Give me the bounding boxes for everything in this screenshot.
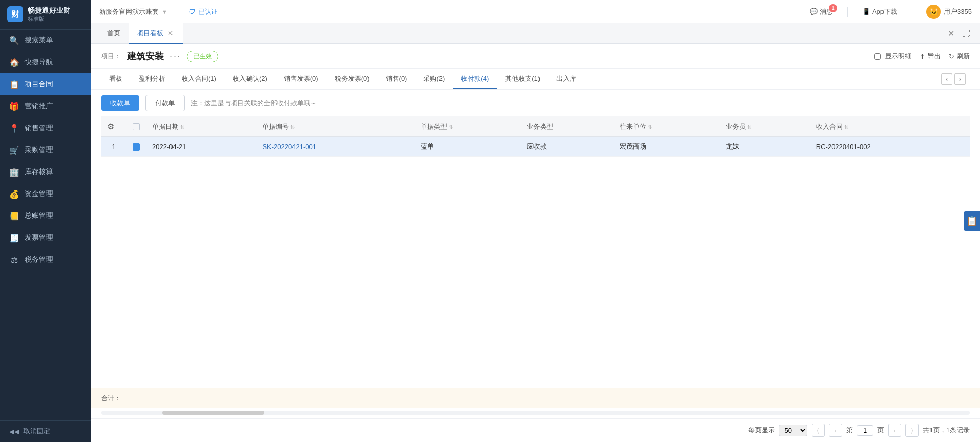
export-icon: ⬆ (920, 53, 925, 60)
sidebar-item-ledger[interactable]: 📒总账管理 (0, 205, 91, 227)
app-edition: 标准版 (28, 15, 70, 23)
main-area: 新服务官网演示账套 ▼ 🛡 已认证 💬 消息 1 📱 App下载 🐱 用户335… (91, 0, 980, 442)
horizontal-scrollbar[interactable] (101, 411, 970, 415)
sub-tab-0[interactable]: 看板 (101, 69, 131, 89)
row-salesman-0: 龙妹 (720, 137, 810, 157)
sub-tabs-prev-button[interactable]: ‹ (941, 73, 952, 85)
scrollbar-area (91, 408, 980, 418)
inventory-icon: 🏢 (9, 167, 19, 177)
first-page-button[interactable]: ⟨ (812, 424, 825, 437)
refresh-button[interactable]: ↻ 刷新 (949, 52, 970, 61)
table-col-settings[interactable]: ⚙ (101, 116, 127, 137)
row-checkbox-0[interactable] (127, 137, 146, 157)
page-number-input[interactable] (857, 425, 873, 436)
col-header-salesman[interactable]: 业务员⇅ (720, 116, 810, 137)
sort-type-icon: ⇅ (449, 124, 453, 130)
page-size-select[interactable]: 50 100 200 (779, 425, 807, 436)
tab-project-kanban[interactable]: 项目看板 ✕ (129, 23, 183, 44)
quick-nav-icon: 🏠 (9, 58, 19, 67)
sidebar-item-finance[interactable]: 💰资金管理 (0, 183, 91, 205)
invoice-icon: 🧾 (9, 233, 19, 243)
last-page-button[interactable]: ⟩ (905, 424, 919, 437)
sidebar-item-search[interactable]: 🔍搜索菜单 (0, 30, 91, 52)
scrollbar-thumb[interactable] (162, 411, 264, 415)
topbar-project[interactable]: 新服务官网演示账套 ▼ (99, 7, 167, 16)
table-row[interactable]: 1 2022-04-21 SK-20220421-001 蓝单 应收款 宏茂商场… (101, 137, 970, 157)
sub-tabs-next-button[interactable]: › (954, 73, 966, 85)
sort-date-icon: ⇅ (180, 124, 184, 130)
sub-tab-8[interactable]: 收付款(4) (453, 69, 497, 89)
sidebar: 财 畅捷通好业财 标准版 🔍搜索菜单🏠快捷导航📋项目合同🎁营销推广📍销售管理🛒采… (0, 0, 91, 442)
sidebar-item-label-search: 搜索菜单 (24, 36, 53, 45)
topbar-app-download[interactable]: 📱 App下载 (862, 7, 897, 16)
row-code-0[interactable]: SK-20220421-001 (256, 137, 414, 157)
col-header-contract[interactable]: 收入合同⇅ (810, 116, 970, 137)
show-detail-input[interactable] (874, 53, 881, 60)
export-button[interactable]: ⬆ 导出 (920, 52, 941, 61)
app-logo-icon: 财 (7, 6, 23, 22)
row-contract-0: RC-20220401-002 (810, 137, 970, 157)
topbar-user[interactable]: 🐱 用户3355 (926, 5, 972, 19)
col-header-biz-type: 业务类型 (521, 116, 614, 137)
sub-tab-2[interactable]: 收入合同(1) (174, 69, 225, 89)
sidebar-footer[interactable]: ◀◀ 取消固定 (0, 420, 91, 442)
select-all-checkbox[interactable] (133, 123, 140, 130)
sub-tab-3[interactable]: 收入确认(2) (225, 69, 276, 89)
table-wrapper: ⚙ 单据日期⇅ 单据编号⇅ 单据类型⇅ 业务类型 往来单位⇅ 业务员⇅ 收入合同… (91, 116, 980, 388)
payment-button[interactable]: 付款单 (145, 95, 185, 111)
sidebar-item-tax[interactable]: ⚖税务管理 (0, 249, 91, 271)
col-header-partner[interactable]: 往来单位⇅ (614, 116, 720, 137)
topbar: 新服务官网演示账套 ▼ 🛡 已认证 💬 消息 1 📱 App下载 🐱 用户335… (91, 0, 980, 23)
tax-icon: ⚖ (9, 255, 19, 265)
sidebar-item-label-project-contract: 项目合同 (24, 80, 53, 89)
col-header-type[interactable]: 单据类型⇅ (414, 116, 521, 137)
row-date-0: 2022-04-21 (146, 137, 256, 157)
show-detail-checkbox[interactable]: 显示明细 (874, 52, 912, 61)
sub-tab-7[interactable]: 采购(2) (415, 69, 453, 89)
tab-home[interactable]: 首页 (99, 23, 129, 44)
sidebar-item-label-inventory: 库存核算 (24, 167, 53, 177)
sort-salesman-icon: ⇅ (747, 124, 751, 130)
col-header-date[interactable]: 单据日期⇅ (146, 116, 256, 137)
topbar-divider3 (912, 7, 912, 17)
certified-label: 已认证 (198, 7, 218, 16)
tabbar: 首页 项目看板 ✕ ✕ ⛶ (91, 23, 980, 44)
sidebar-item-purchase[interactable]: 🛒采购管理 (0, 139, 91, 161)
sidebar-item-marketing[interactable]: 🎁营销推广 (0, 95, 91, 117)
sidebar-item-label-marketing: 营销推广 (24, 102, 53, 111)
sub-tab-4[interactable]: 销售发票(0) (276, 69, 327, 89)
sidebar-item-label-tax: 税务管理 (24, 255, 53, 264)
prev-page-button[interactable]: ‹ (829, 424, 842, 437)
topbar-divider (178, 7, 178, 17)
sub-tab-1[interactable]: 盈利分析 (131, 69, 174, 89)
table-header: ⚙ 单据日期⇅ 单据编号⇅ 单据类型⇅ 业务类型 往来单位⇅ 业务员⇅ 收入合同… (101, 116, 970, 137)
sub-tab-10[interactable]: 出入库 (548, 69, 584, 89)
next-page-button[interactable]: › (888, 424, 901, 437)
sidebar-item-invoice[interactable]: 🧾发票管理 (0, 227, 91, 249)
topbar-right: 💬 消息 1 📱 App下载 🐱 用户3355 (810, 5, 972, 19)
sidebar-menu: 🔍搜索菜单🏠快捷导航📋项目合同🎁营销推广📍销售管理🛒采购管理🏢库存核算💰资金管理… (0, 30, 91, 420)
tab-close-icon[interactable]: ✕ (166, 29, 175, 37)
refresh-icon: ↻ (949, 53, 954, 60)
more-options-button[interactable]: ··· (170, 51, 181, 62)
close-window-button[interactable]: ✕ (945, 28, 957, 39)
finance-icon: 💰 (9, 189, 19, 199)
sub-tab-9[interactable]: 其他收支(1) (497, 69, 548, 89)
sidebar-item-project-contract[interactable]: 📋项目合同 (0, 73, 91, 95)
user-name: 用户3355 (944, 7, 972, 16)
float-note-button[interactable]: 📋 (964, 211, 980, 231)
table-body: 1 2022-04-21 SK-20220421-001 蓝单 应收款 宏茂商场… (101, 137, 970, 157)
sub-tab-5[interactable]: 税务发票(0) (327, 69, 378, 89)
receipt-button[interactable]: 收款单 (101, 95, 139, 111)
sub-tab-6[interactable]: 销售(0) (378, 69, 415, 89)
maximize-window-button[interactable]: ⛶ (961, 28, 972, 39)
sidebar-item-quick-nav[interactable]: 🏠快捷导航 (0, 52, 91, 73)
col-header-code[interactable]: 单据编号⇅ (256, 116, 414, 137)
topbar-messages[interactable]: 💬 消息 1 (810, 7, 833, 16)
status-badge: 已生效 (187, 51, 218, 62)
sidebar-item-inventory[interactable]: 🏢库存核算 (0, 161, 91, 183)
sidebar-item-sales[interactable]: 📍销售管理 (0, 117, 91, 139)
sidebar-item-label-ledger: 总账管理 (24, 211, 53, 220)
page-title: 建筑安装 (127, 50, 164, 62)
summary-label: 合计： (101, 394, 121, 403)
